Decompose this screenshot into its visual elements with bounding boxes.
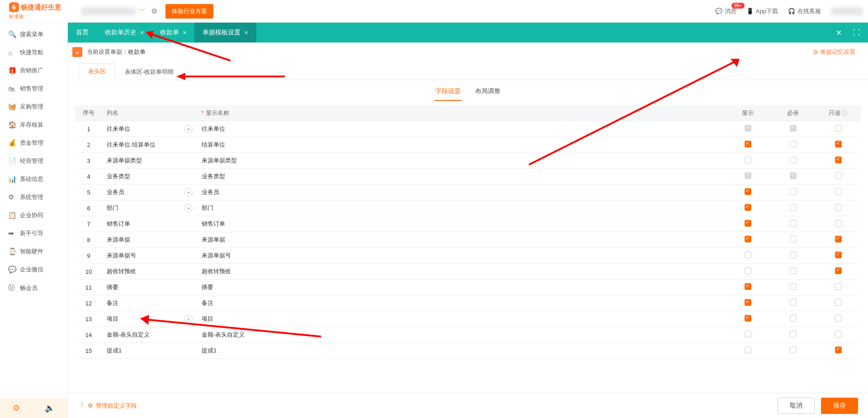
- checkbox[interactable]: [835, 172, 842, 179]
- cancel-button[interactable]: 取消: [778, 398, 815, 414]
- cell-display[interactable]: 销售订单: [197, 216, 725, 232]
- checkbox[interactable]: [790, 236, 797, 242]
- checkbox[interactable]: [745, 157, 751, 163]
- sidebar-item[interactable]: 🛍销售管理: [0, 80, 67, 98]
- checkbox[interactable]: [835, 204, 842, 211]
- checkbox[interactable]: [790, 347, 797, 353]
- settings-icon[interactable]: ⚙: [13, 403, 20, 413]
- checkbox[interactable]: [835, 347, 842, 353]
- online-service-button[interactable]: 🎧 在线客服: [788, 7, 821, 15]
- cell-display[interactable]: 项目: [197, 311, 725, 327]
- cell-display[interactable]: 结算单位: [197, 137, 725, 153]
- checkbox[interactable]: [745, 331, 751, 337]
- checkbox[interactable]: [835, 220, 842, 227]
- expand-context-icon[interactable]: »: [72, 47, 82, 57]
- checkbox[interactable]: [745, 188, 751, 195]
- checkbox[interactable]: [790, 331, 797, 337]
- cell-display[interactable]: 业务员: [197, 185, 725, 200]
- cell-display[interactable]: 备注: [197, 295, 725, 311]
- checkbox[interactable]: [745, 236, 751, 242]
- checkbox[interactable]: [790, 204, 797, 211]
- cell-display[interactable]: 来源单据类型: [197, 153, 725, 169]
- try-industry-button[interactable]: 体验行业方案: [165, 4, 213, 19]
- add-icon[interactable]: +: [184, 188, 193, 196]
- checkbox[interactable]: [835, 315, 842, 322]
- checkbox[interactable]: [790, 283, 797, 290]
- checkbox[interactable]: [790, 267, 797, 274]
- cell-display[interactable]: 业务类型: [197, 169, 725, 185]
- checkbox[interactable]: [835, 252, 842, 258]
- tab[interactable]: 首页: [68, 23, 97, 43]
- app-download-button[interactable]: 📱 App下载: [746, 7, 778, 15]
- checkbox[interactable]: [745, 141, 751, 147]
- add-icon[interactable]: +: [184, 315, 193, 323]
- sidebar-item[interactable]: 🏠库存核算: [0, 116, 67, 134]
- checkbox[interactable]: [790, 188, 797, 195]
- cell-display[interactable]: 往来单位: [197, 121, 725, 137]
- sidebar-item[interactable]: 📄经营管理: [0, 152, 67, 170]
- checkbox[interactable]: [745, 204, 751, 211]
- checkbox[interactable]: [745, 347, 751, 353]
- checkbox[interactable]: [745, 267, 751, 274]
- tab[interactable]: 收款单×: [152, 23, 194, 43]
- tab[interactable]: 单据模板设置×: [194, 23, 256, 43]
- sidebar-item[interactable]: ⌂快捷导航: [0, 43, 67, 62]
- checkbox[interactable]: [745, 283, 751, 290]
- subnav-item[interactable]: 字段设置: [434, 86, 462, 101]
- area-tab[interactable]: 表体区-收款单明细: [115, 64, 183, 80]
- memory-settings-link[interactable]: ⚙ 单据记忆设置: [813, 48, 861, 56]
- fullscreen-button[interactable]: ⛶: [850, 26, 863, 39]
- cell-display[interactable]: 提成1: [197, 343, 725, 359]
- company-selector[interactable]: ﹀: [81, 6, 146, 16]
- checkbox[interactable]: [745, 220, 751, 227]
- subnav-item[interactable]: 布局调整: [474, 86, 501, 101]
- sidebar-item[interactable]: 🧺采购管理: [0, 98, 67, 116]
- sidebar-item[interactable]: 🎁营销推广: [0, 62, 67, 80]
- checkbox[interactable]: [790, 299, 797, 306]
- sidebar-item[interactable]: ⌚智能硬件: [0, 242, 67, 261]
- area-tab[interactable]: 表头区: [79, 63, 115, 80]
- checkbox[interactable]: [835, 299, 842, 306]
- checkbox[interactable]: [835, 188, 842, 195]
- sidebar-item[interactable]: Ⓥ畅会员: [0, 279, 67, 297]
- checkbox[interactable]: [835, 331, 842, 337]
- cell-display[interactable]: 摘要: [197, 280, 725, 295]
- sidebar-item[interactable]: 📋企业协同: [0, 206, 67, 224]
- add-icon[interactable]: +: [184, 125, 193, 133]
- checkbox[interactable]: [835, 125, 842, 132]
- checkbox[interactable]: [835, 157, 842, 163]
- close-icon[interactable]: ×: [244, 29, 248, 36]
- help-icon[interactable]: ⓘ: [842, 109, 848, 116]
- close-icon[interactable]: ×: [140, 29, 144, 36]
- checkbox[interactable]: [835, 236, 842, 242]
- checkbox[interactable]: [745, 315, 751, 322]
- user-avatar-redacted[interactable]: [831, 7, 863, 15]
- sidebar-item[interactable]: 💰资金管理: [0, 134, 67, 152]
- checkbox[interactable]: [790, 252, 797, 258]
- cell-display[interactable]: 来源单据号: [197, 248, 725, 264]
- cell-display[interactable]: 金额-表头自定义: [197, 327, 725, 343]
- cell-display[interactable]: 超收转预收: [197, 264, 725, 280]
- sidebar-item[interactable]: 💬企业微信: [0, 261, 67, 279]
- checkbox[interactable]: [790, 141, 797, 147]
- close-all-tabs-button[interactable]: ✕: [832, 26, 845, 39]
- gear-icon[interactable]: ⚙: [151, 7, 157, 15]
- collapse-icon[interactable]: 🔈: [45, 403, 55, 413]
- cell-display[interactable]: 来源单据: [197, 232, 725, 248]
- sidebar-item[interactable]: 🔍搜索菜单: [0, 25, 67, 43]
- sidebar-item[interactable]: ⚙系统管理: [0, 188, 67, 206]
- checkbox[interactable]: [790, 220, 797, 227]
- checkbox[interactable]: [835, 141, 842, 147]
- checkbox[interactable]: [835, 283, 842, 290]
- save-button[interactable]: 保存: [821, 398, 858, 414]
- checkbox[interactable]: [790, 315, 797, 322]
- messages-button[interactable]: 💬 消息 99+: [715, 7, 736, 15]
- checkbox[interactable]: [790, 157, 797, 163]
- manage-custom-fields-link[interactable]: ❔ ⚙ 管理自定义字段: [78, 402, 137, 410]
- tab[interactable]: 收款单历史×: [97, 23, 152, 43]
- close-icon[interactable]: ×: [183, 29, 186, 36]
- checkbox[interactable]: [745, 252, 751, 258]
- checkbox[interactable]: [835, 267, 842, 274]
- sidebar-item[interactable]: 📊基础信息: [0, 170, 67, 188]
- sidebar-item[interactable]: ➡新手引导: [0, 224, 67, 242]
